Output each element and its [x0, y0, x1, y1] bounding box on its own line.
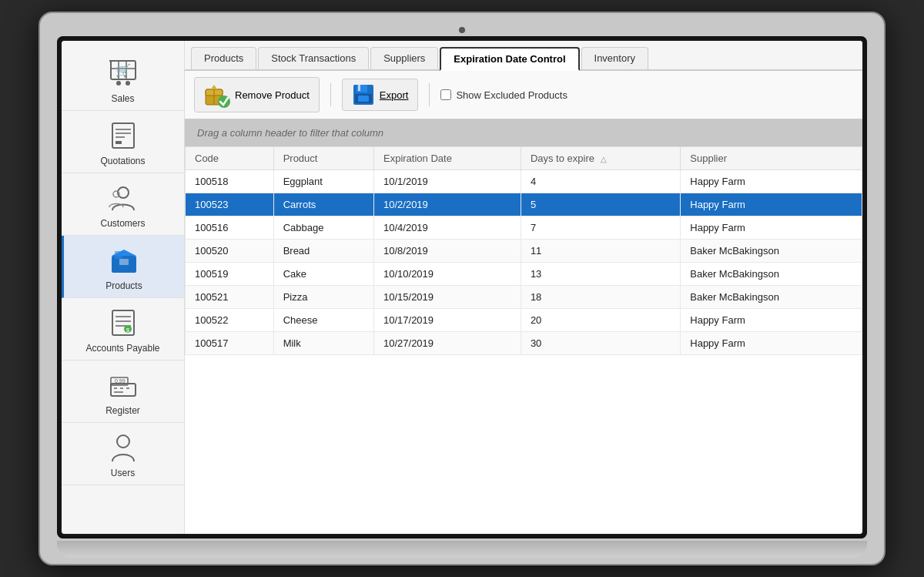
- table-row[interactable]: 100520Bread10/8/201911Baker McBakingson: [186, 240, 862, 263]
- tab-suppliers[interactable]: Suppliers: [370, 47, 438, 69]
- sidebar-item-register[interactable]: 0.99 Register: [62, 361, 184, 423]
- svg-rect-38: [358, 85, 360, 91]
- tab-expiration-date-control[interactable]: Expiration Date Control: [440, 47, 579, 71]
- cell-supplier: Baker McBakingson: [681, 286, 862, 309]
- table-row[interactable]: 100523Carrots10/2/20195Happy Farm: [186, 193, 862, 216]
- svg-rect-11: [116, 141, 122, 144]
- filter-hint: Drag a column header to filter that colu…: [185, 119, 862, 146]
- toolbar: Remove Product Export: [185, 71, 862, 119]
- table-container: Code Product Expiration Date Days to exp…: [185, 146, 862, 534]
- export-icon: [352, 83, 375, 106]
- show-excluded-label: Show Excluded Products: [456, 89, 567, 101]
- table-row[interactable]: 100521Pizza10/15/201918Baker McBakingson: [186, 286, 862, 309]
- svg-rect-40: [358, 96, 369, 102]
- table-row[interactable]: 100518Eggplant10/1/20194Happy Farm: [186, 170, 862, 193]
- sidebar-item-quotations[interactable]: Quotations: [62, 111, 184, 173]
- sidebar-sales-label: Sales: [111, 93, 134, 104]
- tab-products[interactable]: Products: [191, 47, 256, 69]
- export-label: Export: [380, 89, 409, 101]
- users-icon: [106, 431, 140, 465]
- svg-point-30: [117, 435, 129, 448]
- cell-expiration_date: 10/10/2019: [374, 263, 521, 286]
- cell-code: 100517: [186, 332, 274, 355]
- accounts-payable-icon: $: [106, 306, 140, 340]
- svg-point-4: [116, 81, 121, 86]
- svg-point-5: [126, 81, 130, 86]
- cell-supplier: Happy Farm: [681, 309, 862, 332]
- svg-rect-7: [112, 123, 134, 148]
- expiration-table: Code Product Expiration Date Days to exp…: [185, 146, 862, 355]
- toolbar-separator: [330, 83, 331, 106]
- products-icon: [107, 243, 141, 277]
- col-header-supplier[interactable]: Supplier: [681, 147, 862, 170]
- cell-product: Eggplant: [273, 170, 373, 193]
- cell-supplier: Happy Farm: [681, 216, 862, 240]
- cell-expiration_date: 10/17/2019: [374, 309, 521, 332]
- col-header-product[interactable]: Product: [273, 147, 373, 170]
- cell-product: Pizza: [273, 286, 373, 309]
- col-header-expiration-date[interactable]: Expiration Date: [374, 147, 521, 170]
- table-row[interactable]: 100516Cabbage10/4/20197Happy Farm: [186, 216, 862, 240]
- sidebar: 🛒 Sales Quota: [62, 41, 185, 534]
- tab-inventory[interactable]: Inventory: [581, 47, 648, 69]
- svg-marker-34: [211, 85, 217, 89]
- table-row[interactable]: 100517Milk10/27/201930Happy Farm: [186, 332, 862, 355]
- cell-code: 100520: [186, 240, 274, 263]
- sidebar-item-customers[interactable]: Customers: [62, 173, 184, 236]
- register-icon: 0.99: [106, 368, 140, 402]
- svg-rect-16: [115, 251, 122, 259]
- col-header-code[interactable]: Code: [186, 147, 274, 170]
- table-row[interactable]: 100522Cheese10/17/201920Happy Farm: [186, 309, 862, 332]
- customers-icon: [106, 181, 140, 215]
- cell-expiration_date: 10/15/2019: [374, 286, 521, 309]
- cell-product: Cake: [273, 263, 373, 286]
- cell-code: 100523: [186, 193, 274, 216]
- sidebar-item-users[interactable]: Users: [62, 423, 184, 485]
- laptop-shell: 🛒 Sales Quota: [38, 12, 886, 565]
- sort-arrow-days: △: [601, 155, 607, 163]
- sidebar-item-products[interactable]: Products: [62, 236, 184, 298]
- cell-expiration_date: 10/27/2019: [374, 332, 521, 355]
- cell-code: 100521: [186, 286, 274, 309]
- cell-product: Cabbage: [273, 216, 373, 240]
- cell-product: Bread: [273, 240, 373, 263]
- remove-product-button[interactable]: Remove Product: [194, 77, 320, 112]
- toolbar-separator-2: [429, 83, 430, 106]
- cell-expiration_date: 10/2/2019: [374, 193, 521, 216]
- cell-days_to_expire: 30: [521, 332, 680, 355]
- svg-text:$: $: [126, 327, 129, 334]
- sidebar-item-sales[interactable]: 🛒 Sales: [62, 49, 184, 111]
- cell-supplier: Happy Farm: [681, 193, 862, 216]
- tabs-bar: Products Stock Transactions Suppliers Ex…: [185, 41, 862, 71]
- svg-text:0.99: 0.99: [115, 378, 126, 384]
- sales-icon: 🛒: [106, 56, 140, 90]
- col-header-days-to-expire[interactable]: Days to expire △: [521, 147, 680, 170]
- sidebar-customers-label: Customers: [100, 218, 145, 229]
- tab-stock-transactions[interactable]: Stock Transactions: [258, 47, 369, 69]
- export-button[interactable]: Export: [342, 79, 419, 111]
- cell-code: 100518: [186, 170, 274, 193]
- cell-supplier: Baker McBakingson: [681, 263, 862, 286]
- cell-days_to_expire: 11: [521, 240, 680, 263]
- sidebar-item-accounts-payable[interactable]: $ Accounts Payable: [62, 298, 184, 361]
- cell-product: Cheese: [273, 309, 373, 332]
- sidebar-products-label: Products: [105, 280, 142, 291]
- cell-days_to_expire: 7: [521, 216, 680, 240]
- cell-days_to_expire: 5: [521, 193, 680, 216]
- remove-product-label: Remove Product: [235, 89, 310, 101]
- sidebar-users-label: Users: [111, 468, 135, 478]
- remove-product-icon: [204, 82, 230, 108]
- cell-supplier: Baker McBakingson: [681, 240, 862, 263]
- cell-days_to_expire: 20: [521, 309, 680, 332]
- svg-rect-15: [119, 259, 129, 265]
- cell-product: Carrots: [273, 193, 373, 216]
- table-row[interactable]: 100519Cake10/10/201913Baker McBakingson: [186, 263, 862, 286]
- cell-product: Milk: [273, 332, 373, 355]
- cell-supplier: Happy Farm: [681, 170, 862, 193]
- main-content: Products Stock Transactions Suppliers Ex…: [185, 41, 862, 534]
- show-excluded-checkbox[interactable]: [440, 89, 451, 100]
- cell-code: 100519: [186, 263, 274, 286]
- show-excluded-group: Show Excluded Products: [440, 89, 567, 101]
- cell-expiration_date: 10/1/2019: [374, 170, 521, 193]
- sidebar-accounts-payable-label: Accounts Payable: [85, 343, 159, 354]
